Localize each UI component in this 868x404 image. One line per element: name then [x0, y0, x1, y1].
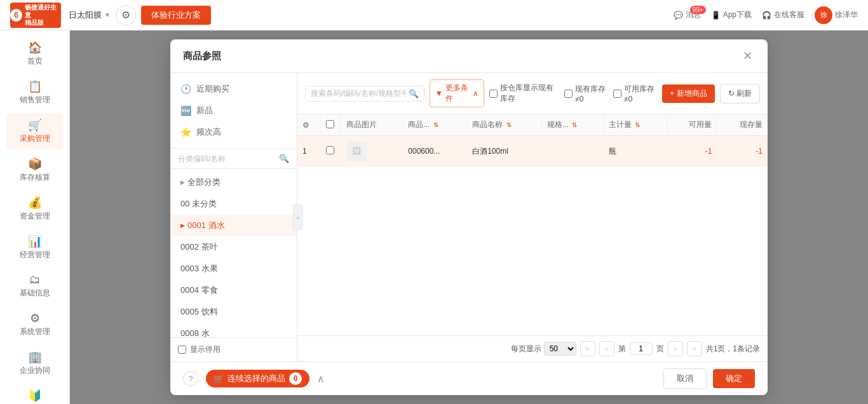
sort-name-icon: ⇅ [506, 121, 512, 128]
navbar-center: 日太阳膜 ▼ ⚙ 体验行业方案 [69, 5, 666, 25]
th-unit[interactable]: 主计量 ⇅ [603, 114, 667, 136]
category-0002[interactable]: 0002 茶叶 [170, 236, 297, 258]
current-stock-checkbox[interactable] [564, 90, 573, 98]
sort-unit-icon: ⇅ [635, 121, 640, 128]
recent-icon: 🕐 [180, 84, 191, 94]
show-disabled-label: 显示停用 [190, 344, 220, 355]
tab-frequent[interactable]: ⭐ 频次高 [170, 121, 297, 143]
sales-icon: 📋 [28, 79, 42, 93]
sidebar-item-system[interactable]: ⚙ 系统管理 [6, 306, 64, 342]
app-download-item[interactable]: 📱 App下载 [711, 10, 752, 20]
refresh-button[interactable]: ↻ 刷新 [720, 84, 760, 104]
modal-title: 商品参照 [183, 50, 221, 62]
company-selector[interactable]: 日太阳膜 ▼ [69, 10, 111, 21]
frequent-icon: ⭐ [180, 127, 191, 137]
basic-icon: 🗂 [29, 273, 41, 286]
prev-page-button[interactable]: ‹ [599, 341, 614, 356]
selector-arrow-icon: ▼ [104, 11, 111, 18]
sidebar-item-home[interactable]: 🏠 首页 [6, 36, 64, 72]
row-checkbox[interactable] [326, 146, 334, 154]
footer-left: ? 🛒 连续选择的商品 0 ∧ [183, 370, 325, 387]
search-input[interactable] [311, 89, 406, 98]
next-page-button[interactable]: › [668, 341, 683, 356]
sidebar-item-guide[interactable]: 🔰 新手引导 [6, 384, 64, 404]
sidebar-item-enterprise[interactable]: 🏢 企业协同 [6, 345, 64, 381]
category-arrow-all: ▶ [180, 179, 185, 185]
first-page-icon: « [585, 344, 590, 353]
search-icon[interactable]: 🔍 [409, 89, 419, 98]
collapse-left-btn[interactable]: « [293, 205, 303, 230]
app-icon: 📱 [711, 11, 721, 20]
category-search-icon[interactable]: 🔍 [279, 154, 289, 163]
category-0005[interactable]: 0005 饮料 [170, 301, 297, 323]
category-all[interactable]: ▶ 全部分类 [170, 172, 297, 193]
cell-name: 白酒100ml [467, 136, 542, 167]
filter-button[interactable]: ▼ 更多条件 ∧ [430, 79, 484, 107]
available-stock-checkbox[interactable] [613, 90, 621, 98]
help-button[interactable]: ? [183, 371, 198, 386]
image-placeholder-icon: 🖼 [352, 146, 361, 156]
category-0003[interactable]: 0003 水果 [170, 258, 297, 279]
sidebar-label-enterprise: 企业协同 [20, 365, 50, 376]
table-body: 1 🖼 [297, 136, 768, 167]
modal-footer: ? 🛒 连续选择的商品 0 ∧ 取消 确定 [170, 361, 768, 395]
tab-new[interactable]: 🆕 新品 [170, 100, 297, 121]
sidebar-label-stock: 库存核算 [20, 172, 50, 183]
cell-unit: 瓶 [603, 136, 667, 167]
sidebar-item-basic[interactable]: 🗂 基础信息 [6, 268, 64, 304]
th-available: 可用量 [667, 114, 717, 136]
message-badge: 99 [690, 6, 706, 14]
th-code[interactable]: 商品... ⇅ [403, 114, 467, 136]
show-disabled-checkbox[interactable] [178, 346, 186, 354]
sidebar-label-home: 首页 [27, 56, 43, 67]
main-layout: 🏠 首页 📋 销售管理 🛒 采购管理 📦 库存核算 💰 资金管理 📊 经营管理 … [0, 30, 868, 404]
th-setting[interactable]: ⚙ [297, 114, 320, 136]
online-service-item[interactable]: 🎧 在线客服 [762, 10, 804, 20]
trial-button[interactable]: 体验行业方案 [141, 6, 211, 25]
category-search-input[interactable] [178, 154, 276, 163]
message-item[interactable]: 💬 消息 99 [674, 10, 701, 20]
select-all-checkbox[interactable] [326, 120, 334, 128]
sidebar-item-operate[interactable]: 📊 经营管理 [6, 229, 64, 266]
confirm-button[interactable]: 确定 [713, 369, 755, 388]
modal-close-button[interactable]: ✕ [740, 48, 755, 64]
th-check[interactable] [320, 114, 341, 136]
th-name[interactable]: 商品名称 ⇅ [467, 114, 542, 136]
warehouse-checkbox[interactable] [489, 90, 498, 98]
footer-collapse-button[interactable]: ∧ [317, 373, 325, 385]
add-product-button[interactable]: + 新增商品 [662, 84, 714, 103]
user-item[interactable]: 徐 徐泽华 [815, 6, 858, 24]
operate-icon: 📊 [28, 234, 42, 248]
sidebar-item-stock[interactable]: 📦 库存核算 [6, 152, 64, 188]
modal-toolbar: 🔍 ▼ 更多条件 ∧ 按仓库显示现有库存 [297, 73, 768, 114]
page-number-input[interactable] [630, 342, 653, 355]
sidebar-item-finance[interactable]: 💰 资金管理 [6, 191, 64, 227]
table-setting-icon: ⚙ [302, 121, 309, 130]
first-page-button[interactable]: « [580, 341, 595, 356]
category-0001[interactable]: ▶ 0001 酒水 [170, 215, 297, 236]
sidebar-label-sales: 销售管理 [20, 95, 50, 105]
system-icon: ⚙ [30, 311, 40, 325]
category-search: 🔍 [170, 149, 297, 169]
cell-image: 🖼 [341, 136, 403, 167]
th-image: 商品图片 [341, 114, 403, 136]
th-spec[interactable]: 规格... ⇅ [542, 114, 604, 136]
cart-badge[interactable]: 🛒 连续选择的商品 0 [206, 370, 309, 387]
category-0004[interactable]: 0004 零食 [170, 279, 297, 301]
sidebar-item-purchase[interactable]: 🛒 采购管理 [6, 113, 64, 149]
modal-overlay: 商品参照 ✕ 🕐 近期购买 🆕 [70, 30, 868, 404]
cell-code: 000600... [403, 136, 467, 167]
cancel-button[interactable]: 取消 [663, 368, 707, 389]
brand-text: 畅捷通好生意 精品版 [25, 4, 61, 27]
table-row[interactable]: 1 🖼 [297, 136, 768, 167]
last-page-button[interactable]: » [687, 341, 702, 356]
category-00[interactable]: 00 未分类 [170, 193, 297, 215]
sidebar-item-sales[interactable]: 📋 销售管理 [6, 74, 64, 111]
category-0008[interactable]: 0008 水 [170, 323, 297, 337]
cell-check[interactable] [320, 136, 341, 167]
tab-recent[interactable]: 🕐 近期购买 [170, 78, 297, 100]
search-box: 🔍 [305, 86, 424, 102]
page-size-dropdown[interactable]: 50 10 20 100 [544, 342, 576, 356]
gear-icon-btn[interactable]: ⚙ [116, 5, 136, 25]
cart-icon: 🛒 [214, 374, 224, 384]
